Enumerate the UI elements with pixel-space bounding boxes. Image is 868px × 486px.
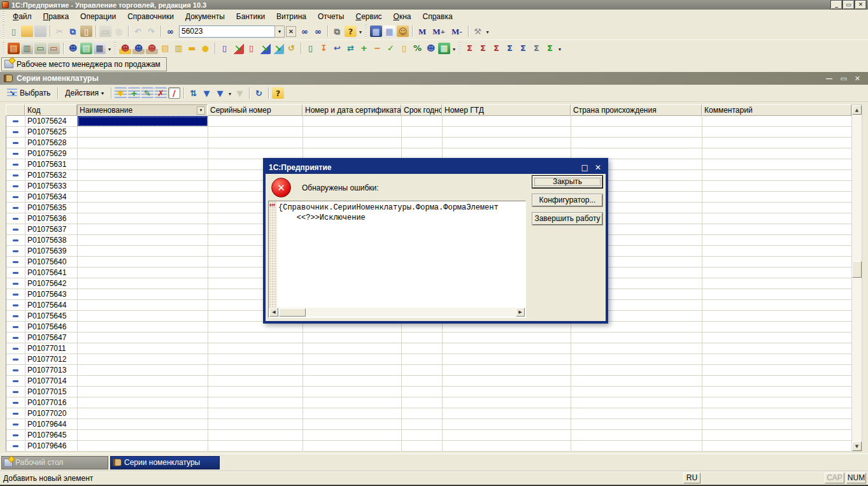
cell-expiry[interactable] — [402, 343, 443, 354]
add-copy-icon[interactable]: + — [128, 87, 140, 99]
scroll-up-icon[interactable]: ▲ — [852, 105, 862, 115]
memory-m-plus-button[interactable]: M+ — [430, 25, 448, 37]
cell-name[interactable] — [78, 127, 208, 138]
menu-item[interactable]: Витрина — [271, 10, 312, 23]
menu-item[interactable]: Документы — [180, 10, 231, 23]
cell-expiry[interactable] — [402, 430, 443, 441]
dropdown-arrow-icon[interactable]: ▾ — [557, 43, 563, 54]
cell-name[interactable] — [78, 387, 208, 397]
cell-comment[interactable] — [702, 127, 851, 138]
cell-name[interactable] — [78, 441, 208, 452]
tools-icon[interactable]: ⚒ — [472, 25, 484, 37]
cell-code[interactable]: P01075633 — [25, 181, 78, 192]
cell-gtd[interactable] — [443, 430, 571, 441]
cell-country[interactable] — [571, 419, 702, 430]
cell-code[interactable]: P01077014 — [25, 376, 78, 387]
menu-item[interactable]: Окна — [388, 10, 417, 23]
cell-comment[interactable] — [702, 159, 851, 170]
save-icon[interactable] — [34, 25, 46, 37]
scrollbar-thumb[interactable] — [852, 261, 862, 278]
close-error-button[interactable]: Закрыть — [532, 176, 602, 188]
pos-terminal-icon[interactable]: ▦ — [94, 43, 106, 54]
row-selector[interactable] — [6, 235, 25, 246]
cell-code[interactable]: P01075635 — [25, 203, 78, 213]
taskbar-item-desktop[interactable]: Рабочий стол — [1, 456, 108, 469]
row-selector[interactable] — [6, 300, 25, 311]
row-selector[interactable] — [6, 224, 25, 235]
cell-serial[interactable] — [208, 343, 303, 354]
buyer-cart-icon[interactable]: ☻ — [132, 43, 145, 54]
receive-goods-icon[interactable]: ↘ — [232, 43, 244, 54]
cell-code[interactable]: P01075625 — [25, 127, 78, 138]
find-next-icon[interactable]: ∞ — [299, 25, 311, 37]
cell-code[interactable]: P01079644 — [25, 419, 78, 430]
cell-comment[interactable] — [702, 192, 851, 203]
cell-comment[interactable] — [702, 397, 851, 408]
row-selector[interactable] — [6, 213, 25, 224]
row-selector[interactable] — [6, 311, 25, 322]
cell-serial[interactable] — [208, 419, 303, 430]
cell-code[interactable]: P01075624 — [25, 116, 78, 127]
cell-name[interactable] — [78, 235, 208, 246]
cell-serial[interactable] — [208, 138, 303, 148]
cell-code[interactable]: P01075638 — [25, 235, 78, 246]
dropdown-arrow-icon[interactable]: ▾ — [485, 25, 491, 37]
configurator-button[interactable]: Конфигуратор... — [532, 194, 602, 206]
dropdown-arrow-icon[interactable]: ▾ — [357, 25, 364, 37]
sum-check-icon[interactable]: Σ — [544, 43, 556, 54]
cell-country[interactable] — [571, 138, 702, 148]
cell-name[interactable] — [78, 300, 208, 311]
cell-country[interactable] — [571, 365, 702, 376]
row-selector[interactable] — [6, 441, 25, 452]
cell-gtd[interactable] — [443, 408, 571, 419]
cell-gtd[interactable] — [443, 354, 571, 365]
cell-name[interactable] — [78, 376, 208, 387]
row-selector[interactable] — [6, 246, 25, 257]
cell-code[interactable]: P01079645 — [25, 430, 78, 441]
calculator-icon[interactable]: ▦ — [370, 25, 382, 37]
cell-name[interactable] — [78, 343, 208, 354]
cell-name[interactable] — [78, 181, 208, 192]
sum-docs-icon[interactable]: Σ — [530, 43, 543, 54]
cell-gtd[interactable] — [443, 332, 571, 343]
cell-code[interactable]: P01075629 — [25, 148, 78, 159]
cell-code[interactable]: P01077013 — [25, 365, 78, 376]
sort-icon[interactable]: ⇅ — [187, 87, 199, 99]
cell-comment[interactable] — [702, 138, 851, 148]
menu-item[interactable]: Бантики — [231, 10, 271, 23]
filter-settings-icon[interactable]: ▼ — [201, 87, 213, 99]
horizontal-scrollbar[interactable]: ◀ ▶ — [269, 308, 525, 317]
cell-comment[interactable] — [702, 354, 851, 365]
cell-comment[interactable] — [702, 235, 851, 246]
coins-stack-icon[interactable]: ● — [199, 43, 211, 54]
cell-comment[interactable] — [702, 246, 851, 257]
cell-certificate[interactable] — [303, 419, 402, 430]
cell-name[interactable] — [78, 159, 208, 170]
cell-comment[interactable] — [702, 387, 851, 397]
search-dropdown-icon[interactable]: ▾ — [274, 25, 285, 38]
money-drawer-icon[interactable]: ▤ — [80, 43, 92, 54]
scroll-left-icon[interactable]: ◀ — [269, 308, 278, 317]
col-gtd[interactable]: Номер ГТД — [442, 104, 571, 116]
child-close-button[interactable]: ✕ — [855, 75, 860, 83]
cell-code[interactable]: P01075636 — [25, 213, 78, 224]
cell-country[interactable] — [571, 408, 702, 419]
cell-code[interactable]: P01077020 — [25, 408, 78, 419]
cell-certificate[interactable] — [303, 354, 402, 365]
row-selector[interactable] — [6, 387, 25, 397]
cell-country[interactable] — [571, 343, 702, 354]
clear-filter-icon[interactable]: ▼ — [234, 87, 246, 99]
cell-country[interactable] — [571, 441, 702, 452]
taskbar-item-series[interactable]: Серии номенклатуры — [110, 456, 220, 469]
print-icon[interactable]: ▭ — [99, 25, 111, 37]
menu-item[interactable]: Справочники — [122, 10, 180, 23]
cell-code[interactable]: P01075641 — [25, 268, 78, 278]
help-icon[interactable]: ? — [272, 87, 284, 99]
cell-code[interactable]: P01077015 — [25, 387, 78, 397]
cell-country[interactable] — [571, 127, 702, 138]
cell-comment[interactable] — [702, 148, 851, 159]
windows-list-icon[interactable]: ⧉ — [331, 25, 343, 37]
cell-comment[interactable] — [702, 430, 851, 441]
help-1c-icon[interactable]: ? — [345, 25, 357, 37]
partners-icon[interactable]: ☻ — [67, 43, 79, 54]
